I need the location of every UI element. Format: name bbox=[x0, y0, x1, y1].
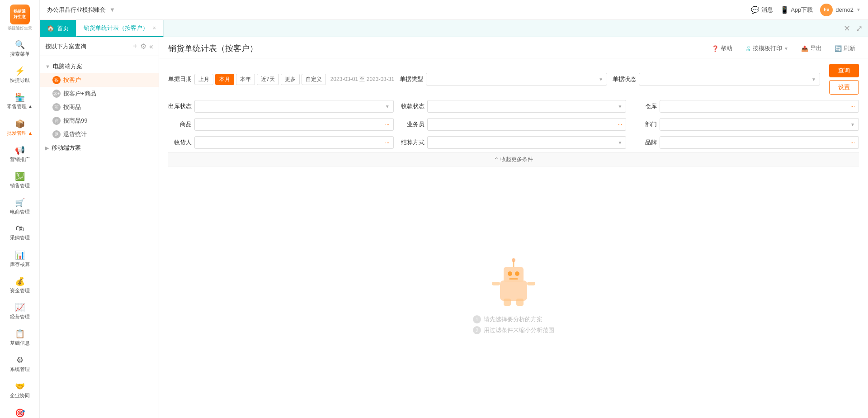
sidebar-icon-9: 💰 bbox=[15, 276, 25, 286]
app-download-label: App下载 bbox=[791, 6, 813, 14]
sidebar-label-11: 基础信息 bbox=[10, 340, 30, 346]
tab-active-label: 销货单统计表（按客户） bbox=[84, 24, 148, 32]
sidebar-item-14[interactable]: 🎯 新手引导 bbox=[0, 404, 39, 418]
scheme-item-icon-customer: 客 bbox=[52, 76, 61, 84]
sidebar-icon-0: 🔍 bbox=[15, 40, 25, 50]
sidebar-item-5[interactable]: 💹 销售管理 bbox=[0, 167, 39, 193]
query-button[interactable]: 查询 bbox=[829, 64, 859, 77]
print-button[interactable]: 🖨 按模板打印 ▼ bbox=[741, 43, 792, 54]
scheme-add-button[interactable]: + bbox=[133, 42, 138, 51]
scheme-item-icon-goods: 商 bbox=[52, 103, 61, 111]
warehouse-input[interactable]: ··· bbox=[660, 100, 859, 113]
scheme-item-customer[interactable]: 客 按客户 bbox=[40, 73, 159, 87]
refresh-label: 刷新 bbox=[844, 44, 855, 52]
out-status-arrow: ▼ bbox=[385, 104, 390, 109]
sidebar-item-0[interactable]: 🔍 搜索菜单 bbox=[0, 35, 39, 62]
empty-hint-1: 1 请先选择要分析的方案 bbox=[473, 315, 554, 323]
tab-close-all-icon[interactable]: ✕ bbox=[842, 23, 852, 34]
recipient-input[interactable]: ··· bbox=[194, 136, 394, 149]
filter-row-2: 出库状态 ▼ 收款状态 ▼ 仓库 bbox=[168, 100, 859, 113]
export-button[interactable]: 📤 导出 bbox=[797, 43, 826, 54]
date-btn-more[interactable]: 更多 bbox=[281, 74, 300, 85]
header-title: 办公用品行业模拟账套 bbox=[47, 6, 106, 14]
brand-cell: 品牌 ··· bbox=[633, 136, 859, 149]
tab-maximize-icon[interactable]: ⤢ bbox=[854, 23, 864, 34]
date-btn-current-month[interactable]: 本月 bbox=[215, 74, 234, 85]
sidebar-item-9[interactable]: 💰 资金管理 bbox=[0, 272, 39, 298]
user-profile[interactable]: Ea demo2 ▼ bbox=[820, 4, 861, 16]
dept-select[interactable]: ▼ bbox=[660, 118, 859, 131]
sidebar-label-9: 资金管理 bbox=[10, 288, 30, 294]
recipient-label: 收货人 bbox=[168, 138, 192, 147]
scheme-item-label-goods: 按商品 bbox=[63, 103, 153, 111]
dept-arrow: ▼ bbox=[850, 122, 855, 127]
help-button[interactable]: ❓ 帮助 bbox=[708, 43, 736, 54]
scheme-collapse-button[interactable]: « bbox=[149, 43, 153, 51]
collapse-bar[interactable]: ⌃ 收起更多条件 bbox=[168, 152, 859, 166]
dept-label: 部门 bbox=[633, 120, 657, 128]
avatar: Ea bbox=[820, 4, 833, 16]
scheme-desktop-group-label: 电脑端方案 bbox=[53, 62, 82, 71]
sidebar-item-10[interactable]: 📈 经营管理 bbox=[0, 298, 39, 324]
refresh-button[interactable]: 🔄 刷新 bbox=[831, 43, 859, 54]
sidebar-item-1[interactable]: ⚡ 快捷导航 bbox=[0, 62, 39, 88]
sidebar-item-4[interactable]: 📢 营销推广 bbox=[0, 141, 39, 167]
brand-input[interactable]: ··· bbox=[660, 136, 859, 149]
scheme-item-goods99[interactable]: 商 按商品99 bbox=[40, 114, 159, 128]
payment-status-label: 收款状态 bbox=[401, 102, 425, 110]
tab-close-icon[interactable]: × bbox=[153, 25, 156, 31]
message-button[interactable]: 💬 消息 bbox=[751, 6, 773, 14]
scheme-mobile-expand-icon: ▶ bbox=[45, 145, 49, 151]
sidebar-item-6[interactable]: 🛒 电商管理 bbox=[0, 193, 39, 219]
warehouse-label: 仓库 bbox=[633, 102, 657, 110]
staff-input[interactable]: ··· bbox=[427, 118, 627, 131]
scheme-item-goods[interactable]: 商 按商品 bbox=[40, 100, 159, 114]
svg-rect-1 bbox=[504, 267, 524, 282]
filter-area: 单据日期 上月 本月 本年 近7天 更多 自定义 2023-03-01 至 20… bbox=[159, 58, 868, 172]
out-status-select[interactable]: ▼ bbox=[194, 100, 394, 113]
scheme-item-icon-customer-goods: 客+ bbox=[52, 90, 61, 98]
date-btn-custom[interactable]: 自定义 bbox=[302, 74, 326, 85]
scheme-settings-button[interactable]: ⚙ bbox=[140, 42, 146, 51]
order-status-select[interactable]: ▼ bbox=[639, 73, 820, 86]
scheme-mobile-group-header[interactable]: ▶ 移动端方案 bbox=[40, 141, 159, 155]
sidebar-logo: 畅捷通好生意 畅捷通好生意 bbox=[0, 0, 39, 35]
header-dropdown-icon[interactable]: ▼ bbox=[109, 6, 115, 13]
scheme-desktop-group-header[interactable]: ▼ 电脑端方案 bbox=[40, 60, 159, 73]
date-label: 单据日期 bbox=[168, 75, 192, 83]
export-icon: 📤 bbox=[801, 45, 808, 52]
scheme-header-actions: + ⚙ « bbox=[133, 42, 153, 51]
dept-cell: 部门 ▼ bbox=[633, 118, 859, 131]
sidebar-label-4: 营销推广 bbox=[10, 157, 30, 162]
sidebar-icon-3: 📦 bbox=[15, 119, 25, 129]
print-label: 按模板打印 bbox=[753, 44, 782, 52]
sidebar-item-3[interactable]: 📦 批发管理 ▲ bbox=[0, 114, 39, 141]
goods-input[interactable]: ··· bbox=[194, 118, 394, 131]
date-btn-last-month[interactable]: 上月 bbox=[194, 74, 213, 85]
sidebar-item-13[interactable]: 🤝 企业协同 bbox=[0, 377, 39, 403]
order-type-select[interactable]: ▼ bbox=[426, 73, 607, 86]
payment-status-select[interactable]: ▼ bbox=[427, 100, 627, 113]
page-header: 销货单统计表（按客户） ❓ 帮助 🖨 按模板打印 ▼ 📤 导出 bbox=[159, 37, 868, 58]
scheme-item-customer-goods[interactable]: 客+ 按客户+商品 bbox=[40, 87, 159, 100]
scheme-item-label-goods99: 按商品99 bbox=[63, 117, 153, 125]
sidebar-item-7[interactable]: 🛍 采购管理 bbox=[0, 219, 39, 245]
app-download-button[interactable]: 📱 App下载 bbox=[780, 6, 813, 14]
tab-active[interactable]: 销货单统计表（按客户） × bbox=[76, 20, 164, 37]
empty-state: 1 请先选择要分析的方案 2 用过滤条件来缩小分析范围 bbox=[159, 172, 868, 418]
settle-select[interactable]: ▼ bbox=[427, 136, 627, 149]
sidebar-item-11[interactable]: 📋 基础信息 bbox=[0, 324, 39, 351]
tab-home[interactable]: 🏠 首页 bbox=[40, 20, 76, 37]
sidebar-label-7: 采购管理 bbox=[10, 235, 30, 241]
date-btn-last-7days[interactable]: 近7天 bbox=[257, 74, 279, 85]
sidebar-item-12[interactable]: ⚙ 系统管理 bbox=[0, 351, 39, 377]
page-actions: ❓ 帮助 🖨 按模板打印 ▼ 📤 导出 🔄 刷新 bbox=[708, 43, 859, 54]
sidebar-item-2[interactable]: 🏪 零售管理 ▲ bbox=[0, 88, 39, 114]
sidebar-item-8[interactable]: 📊 库存核算 bbox=[0, 246, 39, 272]
settings-button[interactable]: 设置 bbox=[829, 80, 859, 95]
help-label: 帮助 bbox=[721, 44, 732, 52]
filter-row-1: 单据日期 上月 本月 本年 近7天 更多 自定义 2023-03-01 至 20… bbox=[168, 64, 859, 95]
scheme-item-return[interactable]: 退 退货统计 bbox=[40, 128, 159, 141]
date-btn-current-year[interactable]: 本年 bbox=[236, 74, 255, 85]
logo-icon[interactable]: 畅捷通好生意 bbox=[10, 5, 30, 24]
